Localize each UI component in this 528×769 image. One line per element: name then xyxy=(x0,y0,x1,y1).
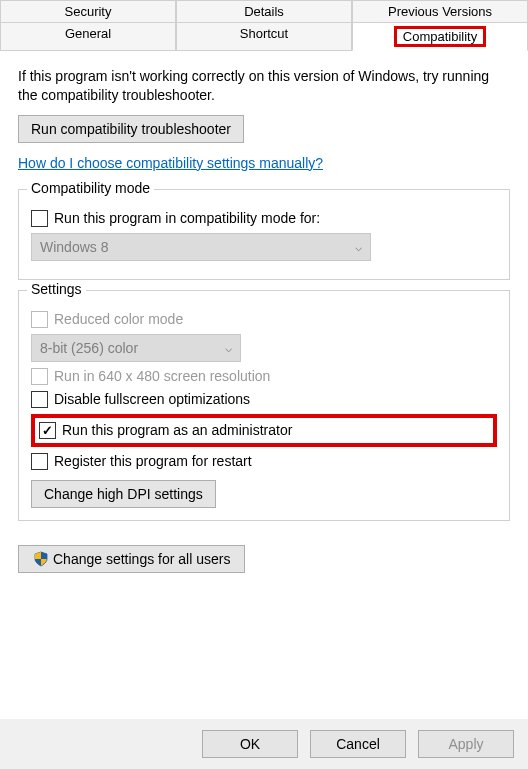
run-as-admin-highlight: Run this program as an administrator xyxy=(31,414,497,447)
tab-details[interactable]: Details xyxy=(176,0,352,23)
intro-text: If this program isn't working correctly … xyxy=(18,67,510,105)
compat-mode-select[interactable]: Windows 8 ⌵ xyxy=(31,233,371,261)
tab-compatibility[interactable]: Compatibility xyxy=(352,23,528,51)
register-restart-checkbox[interactable] xyxy=(31,453,48,470)
color-mode-select: 8-bit (256) color ⌵ xyxy=(31,334,241,362)
tab-previous-versions[interactable]: Previous Versions xyxy=(352,0,528,23)
change-all-users-button[interactable]: Change settings for all users xyxy=(18,545,245,573)
ok-button[interactable]: OK xyxy=(202,730,298,758)
low-res-label: Run in 640 x 480 screen resolution xyxy=(54,368,270,384)
tab-row-1: Security Details Previous Versions xyxy=(0,0,528,23)
tab-security[interactable]: Security xyxy=(0,0,176,23)
chevron-down-icon: ⌵ xyxy=(355,240,362,254)
settings-group: Settings Reduced color mode 8-bit (256) … xyxy=(18,290,510,521)
run-troubleshooter-button[interactable]: Run compatibility troubleshooter xyxy=(18,115,244,143)
chevron-down-icon: ⌵ xyxy=(225,341,232,355)
run-as-admin-checkbox[interactable] xyxy=(39,422,56,439)
apply-button[interactable]: Apply xyxy=(418,730,514,758)
disable-fullscreen-checkbox[interactable] xyxy=(31,391,48,408)
tab-compatibility-label: Compatibility xyxy=(394,26,486,47)
low-res-checkbox xyxy=(31,368,48,385)
disable-fullscreen-label: Disable fullscreen optimizations xyxy=(54,391,250,407)
compatibility-mode-title: Compatibility mode xyxy=(27,180,154,196)
compat-mode-label: Run this program in compatibility mode f… xyxy=(54,210,320,226)
compat-mode-checkbox[interactable] xyxy=(31,210,48,227)
cancel-button[interactable]: Cancel xyxy=(310,730,406,758)
run-as-admin-label: Run this program as an administrator xyxy=(62,422,292,438)
reduced-color-checkbox xyxy=(31,311,48,328)
reduced-color-label: Reduced color mode xyxy=(54,311,183,327)
change-all-users-label: Change settings for all users xyxy=(53,551,230,567)
tab-content: If this program isn't working correctly … xyxy=(0,51,528,529)
settings-title: Settings xyxy=(27,281,86,297)
help-link[interactable]: How do I choose compatibility settings m… xyxy=(18,155,323,171)
properties-dialog: Security Details Previous Versions Gener… xyxy=(0,0,528,769)
tab-shortcut[interactable]: Shortcut xyxy=(176,23,352,51)
dialog-footer: OK Cancel Apply xyxy=(0,719,528,769)
color-mode-select-value: 8-bit (256) color xyxy=(40,340,138,356)
tab-general[interactable]: General xyxy=(0,23,176,51)
change-dpi-button[interactable]: Change high DPI settings xyxy=(31,480,216,508)
register-restart-label: Register this program for restart xyxy=(54,453,252,469)
compat-mode-select-value: Windows 8 xyxy=(40,239,108,255)
shield-icon xyxy=(33,551,49,567)
tab-row-2: General Shortcut Compatibility xyxy=(0,23,528,51)
compatibility-mode-group: Compatibility mode Run this program in c… xyxy=(18,189,510,280)
